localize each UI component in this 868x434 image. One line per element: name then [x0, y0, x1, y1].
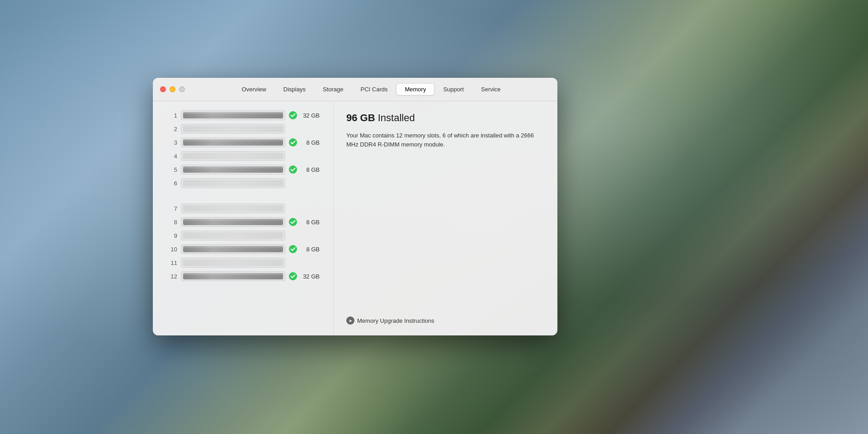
slot-number-9: 9 — [166, 232, 177, 239]
slot-bar-filled-5 — [183, 166, 283, 173]
memory-slot-3: 3 8 GB — [166, 137, 320, 147]
slot-number-11: 11 — [166, 259, 177, 266]
memory-slot-6: 6 — [166, 178, 320, 188]
group-divider — [166, 197, 320, 203]
svg-point-5 — [289, 272, 297, 280]
slot-bar-3 — [181, 137, 285, 147]
installed-gb: 96 GB — [346, 112, 375, 123]
check-icon-8 — [289, 218, 297, 226]
slot-size-12: 32 GB — [301, 273, 320, 280]
slot-size-10: 8 GB — [301, 246, 320, 253]
content-area: 1 32 GB 2 — [153, 101, 557, 335]
slot-size-3: 8 GB — [301, 139, 320, 146]
slot-bar-11 — [181, 258, 285, 268]
slot-bar-empty-4 — [183, 153, 283, 159]
memory-slots-panel: 1 32 GB 2 — [153, 101, 334, 335]
memory-slot-5: 5 8 GB — [166, 165, 320, 175]
check-icon-10 — [289, 245, 297, 253]
slot-bar-6 — [181, 178, 285, 188]
slot-number-3: 3 — [166, 139, 177, 146]
memory-group-2: 7 8 8 GB — [166, 203, 320, 281]
memory-description: Your Mac contains 12 memory slots, 6 of … — [346, 131, 545, 149]
slot-number-8: 8 — [166, 219, 177, 226]
svg-point-3 — [289, 218, 297, 226]
slot-bar-12 — [181, 271, 285, 281]
memory-info-panel: 96 GB Installed Your Mac contains 12 mem… — [334, 101, 557, 335]
slot-number-1: 1 — [166, 112, 177, 119]
slot-number-6: 6 — [166, 180, 177, 187]
slot-number-10: 10 — [166, 246, 177, 253]
tab-pci-cards[interactable]: PCI Cards — [352, 83, 396, 95]
slot-bar-filled-12 — [183, 273, 283, 279]
slot-bar-filled-10 — [183, 246, 283, 252]
memory-slot-9: 9 — [166, 231, 320, 241]
tab-overview[interactable]: Overview — [233, 83, 275, 95]
memory-slot-8: 8 8 GB — [166, 217, 320, 227]
svg-point-2 — [289, 165, 297, 174]
tab-displays[interactable]: Displays — [275, 83, 314, 95]
tab-memory[interactable]: Memory — [396, 83, 434, 95]
titlebar: Overview Displays Storage PCI Cards Memo… — [153, 78, 557, 101]
slot-bar-empty-6 — [183, 180, 283, 186]
memory-slot-4: 4 — [166, 151, 320, 161]
check-icon-5 — [289, 165, 297, 174]
check-icon-12 — [289, 272, 297, 280]
slot-bar-empty-9 — [183, 232, 283, 239]
slot-size-5: 8 GB — [301, 166, 320, 173]
svg-point-0 — [289, 111, 297, 119]
memory-slot-2: 2 — [166, 124, 320, 134]
check-icon-3 — [289, 138, 297, 146]
installed-label: Installed — [378, 112, 415, 123]
slot-bar-empty-11 — [183, 259, 283, 266]
slot-bar-7 — [181, 203, 285, 213]
memory-slot-12: 12 32 GB — [166, 271, 320, 281]
installed-header: 96 GB Installed — [346, 112, 545, 124]
slot-number-12: 12 — [166, 273, 177, 280]
traffic-lights — [160, 86, 185, 92]
slot-bar-10 — [181, 244, 285, 254]
slot-bar-1 — [181, 110, 285, 120]
minimize-button[interactable] — [170, 86, 175, 92]
memory-slot-1: 1 32 GB — [166, 110, 320, 120]
slot-number-2: 2 — [166, 126, 177, 132]
slot-bar-filled-8 — [183, 219, 283, 225]
system-information-window: Overview Displays Storage PCI Cards Memo… — [153, 78, 557, 335]
tab-bar: Overview Displays Storage PCI Cards Memo… — [192, 83, 550, 95]
tab-storage[interactable]: Storage — [314, 83, 352, 95]
slot-bar-2 — [181, 124, 285, 134]
upgrade-link[interactable]: ➤ Memory Upgrade Instructions — [346, 309, 545, 325]
slot-bar-8 — [181, 217, 285, 227]
slot-size-8: 8 GB — [301, 219, 320, 226]
arrow-circle-icon: ➤ — [346, 316, 354, 325]
memory-group-1: 1 32 GB 2 — [166, 110, 320, 188]
maximize-button[interactable] — [179, 86, 185, 92]
upgrade-link-text: Memory Upgrade Instructions — [357, 317, 434, 324]
slot-bar-empty-7 — [183, 205, 283, 212]
slot-number-4: 4 — [166, 153, 177, 160]
memory-slot-11: 11 — [166, 258, 320, 268]
slot-bar-5 — [181, 165, 285, 175]
slot-bar-filled-1 — [183, 112, 283, 118]
tab-service[interactable]: Service — [472, 83, 509, 95]
close-button[interactable] — [160, 86, 166, 92]
tab-support[interactable]: Support — [434, 83, 472, 95]
memory-slot-10: 10 8 GB — [166, 244, 320, 254]
svg-point-4 — [289, 245, 297, 253]
slot-bar-4 — [181, 151, 285, 161]
slot-bar-empty-2 — [183, 126, 283, 132]
svg-point-1 — [289, 138, 297, 146]
slot-number-5: 5 — [166, 166, 177, 173]
check-icon-1 — [289, 111, 297, 119]
slot-bar-filled-3 — [183, 139, 283, 146]
slot-size-1: 32 GB — [301, 112, 320, 119]
slot-number-7: 7 — [166, 205, 177, 212]
memory-slot-7: 7 — [166, 203, 320, 213]
slot-bar-9 — [181, 231, 285, 241]
